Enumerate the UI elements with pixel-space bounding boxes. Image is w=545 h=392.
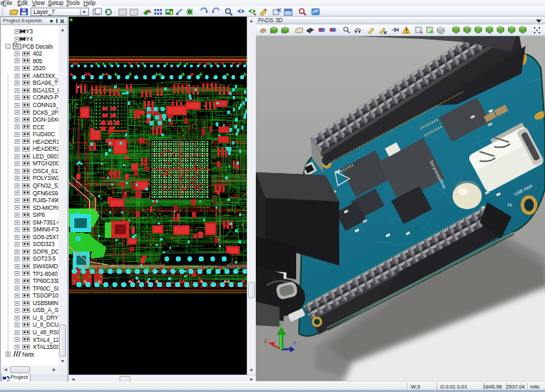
svg-text:Y: Y [279, 321, 283, 327]
svg-text:Z: Z [264, 338, 268, 344]
svg-text:X: X [293, 340, 297, 346]
svg-text:F3: F3 [507, 203, 512, 207]
